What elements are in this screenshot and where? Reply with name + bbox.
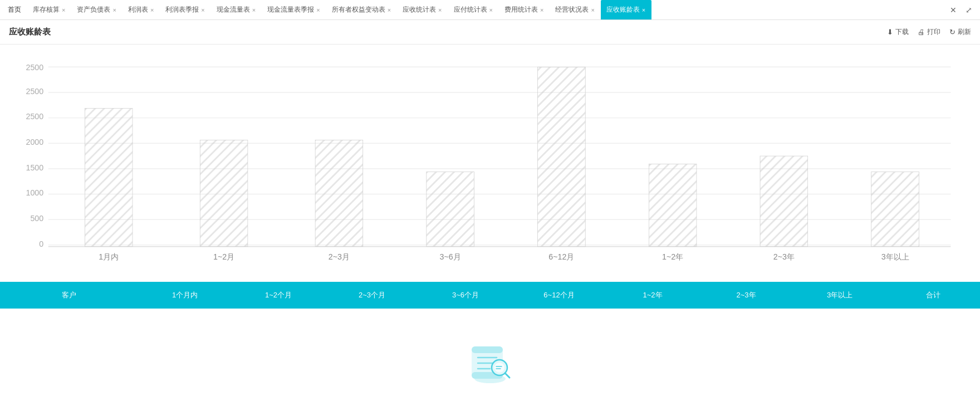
tab-ar-aging-close[interactable]: × xyxy=(642,7,645,13)
tab-bar: 首页 库存核算 × 资产负债表 × 利润表 × 利润表季报 × 现金流量表 × … xyxy=(0,0,980,20)
svg-text:2000: 2000 xyxy=(26,138,44,146)
empty-state xyxy=(459,319,521,391)
tab-home-label: 首页 xyxy=(8,5,21,14)
svg-text:1000: 1000 xyxy=(26,188,44,197)
svg-rect-32 xyxy=(871,172,919,247)
refresh-button[interactable]: ↻ 刷新 xyxy=(949,27,971,37)
tab-balance-sheet-label: 资产负债表 xyxy=(77,5,110,14)
tab-profit-label: 利润表 xyxy=(128,5,148,14)
svg-text:2500: 2500 xyxy=(26,87,44,96)
main-content: 2500 2500 2500 2000 1500 1000 500 0 1月内 xyxy=(0,45,980,401)
window-close-button[interactable]: ✕ xyxy=(947,3,960,17)
download-label: 下载 xyxy=(895,27,909,37)
svg-text:2500: 2500 xyxy=(26,112,44,121)
tab-inventory[interactable]: 库存核算 × xyxy=(27,0,71,20)
svg-text:2~3月: 2~3月 xyxy=(329,252,350,261)
svg-rect-18 xyxy=(85,109,133,247)
col-2-3m: 2~3个月 xyxy=(325,290,419,300)
svg-text:1~2月: 1~2月 xyxy=(213,252,234,261)
refresh-icon: ↻ xyxy=(949,28,955,36)
tab-ap-stat-close[interactable]: × xyxy=(489,7,493,13)
bar-chart: 2500 2500 2500 2000 1500 1000 500 0 1月内 xyxy=(13,53,967,277)
svg-rect-22 xyxy=(315,140,363,247)
tab-equity-label: 所有者权益变动表 xyxy=(332,5,385,14)
tab-profit-quarterly-close[interactable]: × xyxy=(201,7,204,13)
empty-icon xyxy=(459,330,521,391)
svg-text:6~12月: 6~12月 xyxy=(548,252,574,261)
page-title: 应收账龄表 xyxy=(9,27,51,37)
svg-text:3~6月: 3~6月 xyxy=(440,252,461,261)
tab-operation-label: 经营状况表 xyxy=(555,5,589,14)
tab-ar-stat-label: 应收统计表 xyxy=(403,5,436,14)
tab-bar-actions: ✕ ⤢ xyxy=(947,3,978,17)
tab-profit-quarterly-label: 利润表季报 xyxy=(165,5,199,14)
col-6-12m: 6~12个月 xyxy=(512,290,606,300)
tab-ar-aging-label: 应收账龄表 xyxy=(606,5,640,14)
col-total: 合计 xyxy=(886,290,980,300)
svg-point-50 xyxy=(494,363,504,373)
col-1-2m: 1~2个月 xyxy=(232,290,325,300)
svg-rect-20 xyxy=(200,140,248,247)
tab-equity-close[interactable]: × xyxy=(388,7,391,13)
tab-cashflow-quarterly-label: 现金流量表季报 xyxy=(267,5,314,14)
tab-cashflow-quarterly[interactable]: 现金流量表季报 × xyxy=(262,0,326,20)
tab-inventory-label: 库存核算 xyxy=(33,5,60,14)
tab-operation-close[interactable]: × xyxy=(591,7,594,13)
tab-expense-stat[interactable]: 费用统计表 × xyxy=(499,0,550,20)
tab-profit[interactable]: 利润表 × xyxy=(122,0,160,20)
download-icon: ⬇ xyxy=(887,28,893,36)
print-button[interactable]: 🖨 打印 xyxy=(918,27,940,37)
tab-cashflow-label: 现金流量表 xyxy=(217,5,250,14)
col-2-3y: 2~3年 xyxy=(699,290,793,300)
header-actions: ⬇ 下载 🖨 打印 ↻ 刷新 xyxy=(887,27,971,37)
tab-equity[interactable]: 所有者权益变动表 × xyxy=(326,0,397,20)
col-3-6m: 3~6个月 xyxy=(419,290,512,300)
col-3y-plus: 3年以上 xyxy=(793,290,886,300)
tab-cashflow-close[interactable]: × xyxy=(252,7,256,13)
svg-text:1~2年: 1~2年 xyxy=(662,252,683,261)
chart-area: 2500 2500 2500 2000 1500 1000 500 0 1月内 xyxy=(0,45,980,282)
tab-ar-aging[interactable]: 应收账龄表 × xyxy=(601,0,651,20)
svg-rect-24 xyxy=(427,172,474,247)
svg-text:1500: 1500 xyxy=(26,163,44,172)
svg-rect-44 xyxy=(472,346,503,353)
tab-home[interactable]: 首页 xyxy=(2,0,27,20)
tab-ar-stat[interactable]: 应收统计表 × xyxy=(397,0,448,20)
svg-text:500: 500 xyxy=(30,214,43,223)
svg-rect-28 xyxy=(649,164,697,246)
tab-inventory-close[interactable]: × xyxy=(62,7,65,13)
svg-rect-30 xyxy=(760,156,808,247)
page-header: 应收账龄表 ⬇ 下载 🖨 打印 ↻ 刷新 xyxy=(0,20,980,45)
tab-expense-stat-label: 费用统计表 xyxy=(504,5,538,14)
tab-cashflow-quarterly-close[interactable]: × xyxy=(316,7,320,13)
print-icon: 🖨 xyxy=(918,28,925,36)
table-body xyxy=(0,309,980,401)
tab-ap-stat-label: 应付统计表 xyxy=(454,5,487,14)
svg-text:1月内: 1月内 xyxy=(99,252,119,261)
refresh-label: 刷新 xyxy=(958,27,971,37)
col-1-2y: 1~2年 xyxy=(606,290,699,300)
svg-rect-26 xyxy=(538,67,586,246)
tab-cashflow[interactable]: 现金流量表 × xyxy=(211,0,262,20)
svg-line-51 xyxy=(505,373,509,378)
tab-ar-stat-close[interactable]: × xyxy=(438,7,442,13)
col-1m: 1个月内 xyxy=(138,290,232,300)
print-label: 打印 xyxy=(927,27,940,37)
tab-balance-sheet-close[interactable]: × xyxy=(112,7,116,13)
svg-text:2500: 2500 xyxy=(26,63,44,72)
tab-expense-stat-close[interactable]: × xyxy=(540,7,543,13)
col-customer: 客户 xyxy=(0,290,138,300)
tab-profit-quarterly[interactable]: 利润表季报 × xyxy=(160,0,210,20)
svg-text:3年以上: 3年以上 xyxy=(881,252,909,261)
tab-profit-close[interactable]: × xyxy=(150,7,154,13)
tab-operation[interactable]: 经营状况表 × xyxy=(550,0,600,20)
tab-ap-stat[interactable]: 应付统计表 × xyxy=(448,0,499,20)
svg-text:2~3年: 2~3年 xyxy=(773,252,795,261)
svg-text:0: 0 xyxy=(39,239,43,248)
tab-balance-sheet[interactable]: 资产负债表 × xyxy=(71,0,122,20)
download-button[interactable]: ⬇ 下载 xyxy=(887,27,909,37)
table-header: 客户 1个月内 1~2个月 2~3个月 3~6个月 6~12个月 1~2年 2~… xyxy=(0,282,980,309)
window-maximize-button[interactable]: ⤢ xyxy=(962,3,976,17)
